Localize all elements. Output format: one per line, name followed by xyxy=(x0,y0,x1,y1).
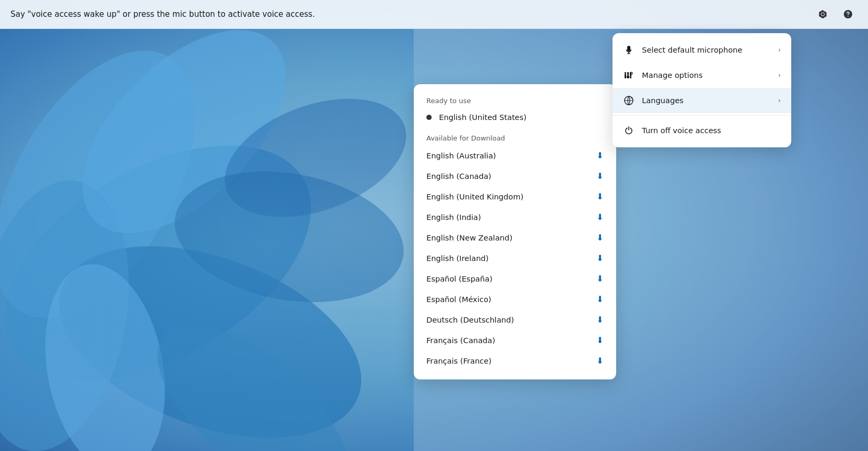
chevron-right-icon-mic: › xyxy=(778,46,781,54)
lang-item-en-nz[interactable]: English (New Zealand) ⬇ xyxy=(414,227,616,248)
chevron-right-icon-manage: › xyxy=(778,72,781,79)
menu-label-manage-options: Manage options xyxy=(642,71,771,79)
manage-icon xyxy=(623,69,635,81)
lang-name-en-ca: English (Canada) xyxy=(426,172,491,181)
power-icon xyxy=(623,125,635,136)
lang-name-es-mx: Español (México) xyxy=(426,295,491,304)
lang-item-fr-fr[interactable]: Français (France) ⬇ xyxy=(414,350,616,371)
download-icon-en-gb: ⬇ xyxy=(597,192,604,202)
lang-item-en-au[interactable]: English (Australia) ⬇ xyxy=(414,145,616,166)
main-area: Ready to use English (United States) Ava… xyxy=(0,29,868,451)
lang-name-fr-fr: Français (France) xyxy=(426,357,492,365)
lang-item-de-de[interactable]: Deutsch (Deutschland) ⬇ xyxy=(414,309,616,330)
svg-rect-12 xyxy=(625,72,626,78)
svg-text:A: A xyxy=(630,96,633,100)
lang-name-es-es: Español (España) xyxy=(426,275,493,283)
topbar-icons xyxy=(813,5,857,24)
chevron-right-icon-languages: › xyxy=(778,97,781,104)
download-icon-fr-fr: ⬇ xyxy=(597,356,604,366)
lang-name-en-in: English (India) xyxy=(426,213,481,222)
main-menu: Select default microphone › Manage optio… xyxy=(612,33,791,147)
download-icon-en-ca: ⬇ xyxy=(597,171,604,181)
download-section-header: Available for Download xyxy=(414,130,616,145)
download-icon-en-ie: ⬇ xyxy=(597,253,604,263)
lang-item-en-ca[interactable]: English (Canada) ⬇ xyxy=(414,166,616,186)
topbar: Say "voice access wake up" or press the … xyxy=(0,0,868,29)
download-icon-es-es: ⬇ xyxy=(597,274,604,284)
lang-item-es-mx[interactable]: Español (México) ⬇ xyxy=(414,289,616,309)
menu-divider xyxy=(612,115,791,116)
topbar-message: Say "voice access wake up" or press the … xyxy=(11,9,813,19)
languages-icon: A xyxy=(623,95,635,106)
download-icon-fr-ca: ⬇ xyxy=(597,335,604,345)
lang-name-en-nz: English (New Zealand) xyxy=(426,234,513,242)
mic-icon xyxy=(623,44,635,56)
menu-item-select-microphone[interactable]: Select default microphone › xyxy=(612,37,791,63)
lang-name-de-de: Deutsch (Deutschland) xyxy=(426,316,514,324)
download-icon-en-in: ⬇ xyxy=(597,212,604,222)
gear-icon xyxy=(818,9,828,19)
lang-item-es-es[interactable]: Español (España) ⬇ xyxy=(414,268,616,289)
lang-item-fr-ca[interactable]: Français (Canada) ⬇ xyxy=(414,330,616,350)
menu-label-languages: Languages xyxy=(642,96,771,105)
menu-item-manage-options[interactable]: Manage options › xyxy=(612,63,791,88)
menu-item-languages[interactable]: A Languages › xyxy=(612,88,791,113)
lang-item-en-ie[interactable]: English (Ireland) ⬇ xyxy=(414,248,616,268)
download-icon-es-mx: ⬇ xyxy=(597,294,604,304)
lang-name-en-us: English (United States) xyxy=(439,113,526,122)
menu-label-turn-off: Turn off voice access xyxy=(642,126,781,135)
lang-item-en-us[interactable]: English (United States) xyxy=(414,108,616,127)
settings-button[interactable] xyxy=(813,5,832,24)
lang-item-en-gb[interactable]: English (United Kingdom) ⬇ xyxy=(414,186,616,207)
lang-item-en-in[interactable]: English (India) ⬇ xyxy=(414,207,616,227)
help-button[interactable] xyxy=(839,5,857,24)
download-icon-de-de: ⬇ xyxy=(597,315,604,325)
lang-name-fr-ca: Français (Canada) xyxy=(426,336,495,345)
download-icon-en-nz: ⬇ xyxy=(597,233,604,243)
lang-name-en-ie: English (Ireland) xyxy=(426,254,488,263)
ready-section-header: Ready to use xyxy=(414,93,616,108)
languages-panel[interactable]: Ready to use English (United States) Ava… xyxy=(414,84,616,379)
ready-bullet xyxy=(426,115,432,120)
menu-item-turn-off[interactable]: Turn off voice access xyxy=(612,118,791,143)
menu-label-select-microphone: Select default microphone xyxy=(642,46,771,54)
help-icon xyxy=(843,9,853,19)
download-icon-en-au: ⬇ xyxy=(597,151,604,161)
lang-name-en-gb: English (United Kingdom) xyxy=(426,193,524,201)
lang-name-en-au: English (Australia) xyxy=(426,152,496,160)
